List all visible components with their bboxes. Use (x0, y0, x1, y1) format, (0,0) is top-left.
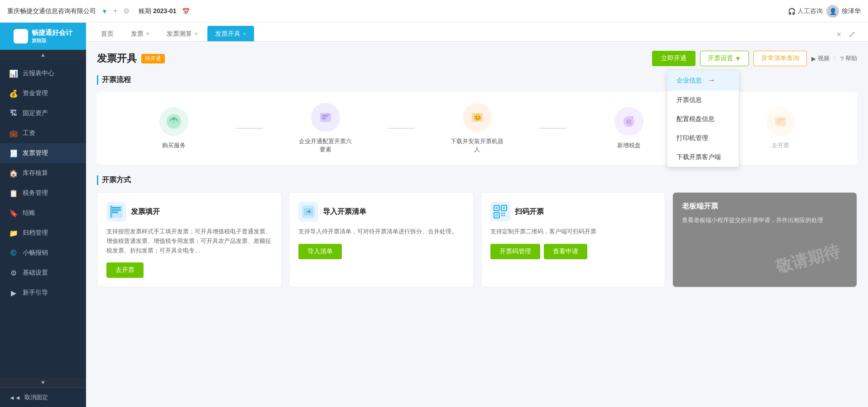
methods-section: 开票方式 (97, 175, 857, 287)
watermark: 敬请期待 (773, 241, 842, 279)
svg-rect-5 (322, 116, 327, 117)
dropdown-icon[interactable]: ▼ (101, 8, 108, 15)
sidebar-item-invoice-mgmt[interactable]: 🧾 发票管理 (0, 143, 86, 163)
dropdown-item-label: 开票信息 (676, 96, 702, 104)
flow-step-buy: + 购买服务 (111, 107, 236, 150)
tab-home[interactable]: 首页 (93, 26, 121, 41)
help-btn[interactable]: ? 帮助 (840, 54, 857, 63)
svg-rect-31 (504, 215, 505, 216)
headset-icon: 🎧 (788, 8, 796, 15)
sidebar-cancel-pin[interactable]: ◄◄ 取消固定 (0, 388, 86, 407)
svg-text:+: + (173, 120, 175, 125)
tax-icon: 📋 (9, 189, 18, 198)
xiaochang-icon: © (9, 248, 18, 257)
sidebar: ☁ 畅捷通好会计 旗舰版 ▲ 📊 云报表中心 💰 资金管理 🏗 固定资产 💼 (0, 23, 86, 407)
svg-rect-28 (501, 213, 503, 214)
settings-icon[interactable]: ⚙ (123, 7, 129, 15)
method-desc-manual: 支持按照发票样式手工填开发票；可开具增值税电子普通发票、增值税普通发票、增值税专… (106, 227, 272, 255)
step-config-label: 企业开通配置开票六要素 (298, 137, 353, 154)
tab-invoice-close[interactable]: × (146, 31, 149, 37)
tab-invoice-calc[interactable]: 发票测算 × (159, 26, 206, 41)
settings-btn[interactable]: 开票设置 ▼ (700, 51, 749, 66)
dropdown-item-label: 配置税盘信息 (676, 115, 715, 123)
flow-section-title: 开票流程 (97, 75, 857, 85)
settings-dropdown: 企业信息 → 开票信息 配置税盘信息 打印机管理 下 (667, 70, 739, 167)
cloud-report-icon: 📊 (9, 69, 18, 78)
qr-mgmt-btn[interactable]: 开票码管理 (490, 244, 540, 259)
sidebar-item-inventory[interactable]: 🏠 库存核算 (0, 163, 86, 183)
boss-card-title: 老板端开票 (682, 202, 848, 211)
logo-sub: 旗舰版 (32, 37, 72, 44)
dropdown-download-client[interactable]: 下载开票客户端 (667, 148, 739, 167)
page-actions: 立即开通 开票设置 ▼ 异常清单查询 ▶ 视频 | ? 帮助 (652, 51, 857, 66)
video-btn[interactable]: ▶ 视频 (811, 54, 830, 63)
company-name[interactable]: 重庆畅捷交通信息咨询有限公司 (7, 7, 96, 15)
svg-rect-15 (777, 122, 781, 123)
close-window-btn[interactable]: × (834, 28, 843, 41)
sidebar-item-xiaochang[interactable]: © 小畅报销 (0, 243, 86, 263)
sidebar-item-guide[interactable]: ▶ 新手引导 (0, 283, 86, 303)
play-icon: ▶ (811, 55, 816, 62)
method-icon-import (298, 202, 318, 222)
sidebar-item-tax[interactable]: 📋 税务管理 (0, 183, 86, 203)
arrow-icon: → (707, 76, 715, 85)
maximize-window-btn[interactable]: ⤢ (847, 28, 857, 41)
question-icon: ? (840, 55, 844, 62)
sidebar-item-capital[interactable]: 💰 资金管理 (0, 83, 86, 103)
sidebar-label: 结账 (23, 209, 35, 217)
tab-controls: × ⤢ (834, 28, 861, 41)
method-header-import: 导入开票清单 (298, 202, 464, 222)
settlement-icon: 🔖 (9, 208, 18, 218)
scroll-up-btn[interactable]: ▲ (0, 50, 86, 60)
method-desc-scan: 支持定制开票二维码，客户端可扫码开票 (490, 227, 656, 237)
calendar-icon[interactable]: 📅 (182, 8, 190, 15)
consult-btn[interactable]: 🎧 人工咨询 (788, 7, 823, 15)
sidebar-item-fixed-assets[interactable]: 🏗 固定资产 (0, 103, 86, 123)
svg-rect-17 (112, 207, 121, 208)
username: 徐泽华 (842, 7, 861, 15)
go-invoice-btn[interactable]: 去开票 (106, 262, 144, 278)
tab-invoice-calc-close[interactable]: × (195, 31, 198, 37)
logo-text: 畅捷通好会计 (32, 29, 72, 37)
exception-btn[interactable]: 异常清单查询 (753, 51, 807, 66)
svg-rect-19 (112, 212, 118, 213)
status-badge: 待开通 (141, 54, 165, 63)
sidebar-item-cloud-report[interactable]: 📊 云报表中心 (0, 63, 86, 83)
import-list-btn[interactable]: 导入清单 (298, 244, 342, 259)
sidebar-items: 📊 云报表中心 💰 资金管理 🏗 固定资产 💼 工资 🧾 发票管理 🏠 (0, 60, 86, 378)
view-apply-btn[interactable]: 查看申请 (544, 244, 587, 259)
sidebar-label: 归档管理 (23, 229, 48, 237)
method-icon-manual (106, 202, 126, 222)
flow-steps: + 购买服务 (97, 92, 857, 165)
tab-invoice-open[interactable]: 发票开具 × (207, 26, 254, 41)
scroll-down-btn[interactable]: ▼ (0, 378, 86, 388)
sidebar-item-basic-settings[interactable]: ⚙ 基础设置 (0, 263, 86, 283)
top-bar: 重庆畅捷交通信息咨询有限公司 ▼ + ⚙ 账期 2023-01 📅 🎧 人工咨询… (0, 0, 868, 23)
svg-rect-25 (495, 207, 498, 209)
inventory-icon: 🏠 (9, 169, 18, 178)
open-btn[interactable]: 立即开通 (652, 51, 695, 66)
tab-invoice-open-close[interactable]: × (243, 31, 246, 37)
dropdown-printer[interactable]: 打印机管理 (667, 129, 739, 148)
step-config-icon (311, 103, 340, 132)
page-header: 发票开具 待开通 立即开通 开票设置 ▼ 异常清单查询 ▶ 视频 | (97, 51, 857, 66)
logo-icon: ☁ (14, 29, 28, 44)
dropdown-company-info[interactable]: 企业信息 → (667, 70, 739, 91)
divider: | (834, 54, 836, 63)
salary-icon: 💼 (9, 129, 18, 138)
method-title-scan: 扫码开票 (515, 207, 544, 217)
sidebar-item-settlement[interactable]: 🔖 结账 (0, 203, 86, 223)
add-company-btn[interactable]: + (113, 6, 118, 16)
dropdown-invoice-info[interactable]: 开票信息 (667, 91, 739, 110)
tab-invoice[interactable]: 发票 × (123, 26, 157, 41)
sidebar-item-salary[interactable]: 💼 工资 (0, 123, 86, 143)
sidebar-item-archive[interactable]: 📁 归档管理 (0, 223, 86, 243)
methods-grid: 发票填开 支持按照发票样式手工填开发票；可开具增值税电子普通发票、增值税普通发票… (97, 192, 857, 287)
method-title-import: 导入开票清单 (323, 207, 366, 217)
dropdown-tax-disk[interactable]: 配置税盘信息 (667, 110, 739, 129)
svg-rect-13 (777, 119, 784, 120)
sidebar-label: 资金管理 (23, 89, 48, 97)
svg-rect-30 (501, 215, 503, 216)
archive-icon: 📁 (9, 228, 18, 237)
methods-section-title: 开票方式 (97, 175, 857, 185)
